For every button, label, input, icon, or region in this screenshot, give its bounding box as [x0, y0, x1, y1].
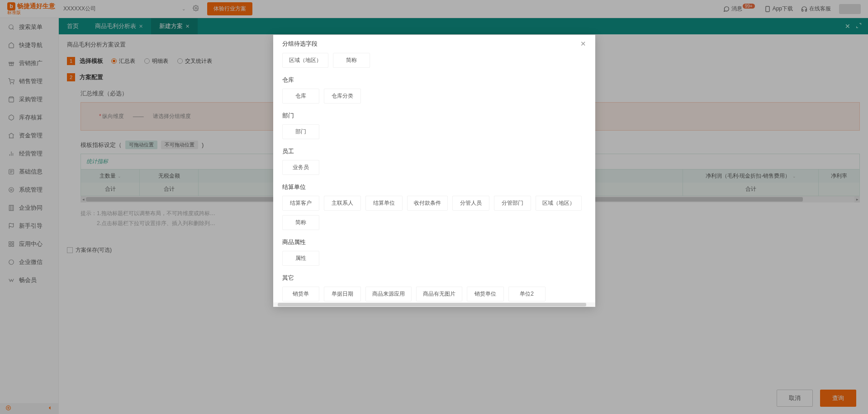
modal-overlay[interactable]: [0, 0, 868, 18]
